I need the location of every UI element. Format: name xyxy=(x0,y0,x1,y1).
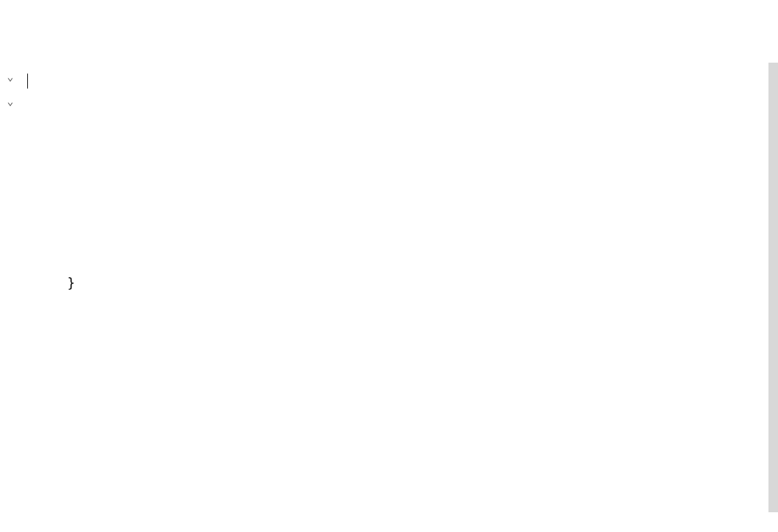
code-line[interactable] xyxy=(20,394,778,467)
fold-toggle-icon[interactable]: ⌄ xyxy=(4,95,16,108)
vertical-scrollbar[interactable] xyxy=(768,63,778,512)
gutter: ⌄ ⌄ xyxy=(0,0,20,532)
code-line[interactable] xyxy=(20,74,778,172)
code-text xyxy=(67,127,130,142)
fold-toggle-icon[interactable]: ⌄ xyxy=(4,71,16,83)
text-cursor xyxy=(27,74,28,89)
code-area[interactable]: } public class Solution { public static … xyxy=(20,0,778,532)
code-text: } xyxy=(67,275,75,290)
code-line[interactable]: } xyxy=(20,246,778,319)
code-editor[interactable]: ⌄ ⌄ } public class Solution { public sta… xyxy=(0,0,778,532)
